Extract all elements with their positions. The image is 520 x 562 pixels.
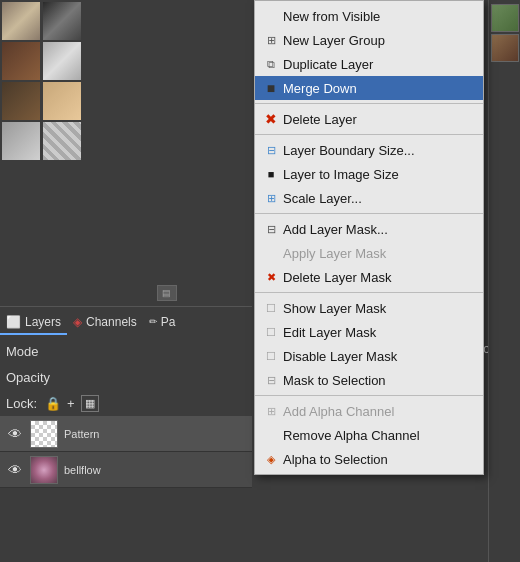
menu-duplicate-layer[interactable]: ⧉ Duplicate Layer <box>255 52 483 76</box>
duplicate-layer-icon: ⧉ <box>263 56 279 72</box>
delete-layer-icon: ✖ <box>263 111 279 127</box>
menu-layer-boundary-size[interactable]: ⊟ Layer Boundary Size... <box>255 138 483 162</box>
alpha-to-sel-icon: ◈ <box>263 451 279 467</box>
menu-delete-layer-mask[interactable]: ✖ Delete Layer Mask <box>255 265 483 289</box>
new-layer-group-label: New Layer Group <box>283 33 385 48</box>
opacity-label: Opacity <box>6 370 50 385</box>
layer-thumb-pattern <box>30 420 58 448</box>
layer-to-image-icon: ■ <box>263 166 279 182</box>
layers-tab-label: Layers <box>25 315 61 329</box>
thumbnail-4[interactable] <box>43 42 81 80</box>
thumbnail-8[interactable] <box>43 122 81 160</box>
mode-row: Mode <box>0 338 252 364</box>
tab-paths[interactable]: ✏ Pa <box>143 311 182 335</box>
panel-icon-area: ▤ <box>84 280 249 306</box>
delete-mask-icon: ✖ <box>263 269 279 285</box>
scale-layer-icon: ⊞ <box>263 190 279 206</box>
channels-tab-icon: ◈ <box>73 315 82 329</box>
thumbnail-2[interactable] <box>43 2 81 40</box>
context-menu: New from Visible ⊞ New Layer Group ⧉ Dup… <box>254 0 484 475</box>
menu-apply-layer-mask[interactable]: Apply Layer Mask <box>255 241 483 265</box>
thumbnail-1[interactable] <box>2 2 40 40</box>
new-layer-group-icon: ⊞ <box>263 32 279 48</box>
thumbnail-5[interactable] <box>2 82 40 120</box>
layer-thumb-bellflow <box>30 456 58 484</box>
right-panel <box>488 0 520 562</box>
new-from-visible-label: New from Visible <box>283 9 380 24</box>
lock-position-icon[interactable]: + <box>67 396 75 411</box>
delete-layer-label: Delete Layer <box>283 112 357 127</box>
layer-to-image-label: Layer to Image Size <box>283 167 399 182</box>
thumbnail-6[interactable] <box>43 82 81 120</box>
menu-merge-down[interactable]: ■ Merge Down <box>255 76 483 100</box>
remove-alpha-label: Remove Alpha Channel <box>283 428 420 443</box>
separator-4 <box>255 292 483 293</box>
thumbnail-3[interactable] <box>2 42 40 80</box>
duplicate-layer-label: Duplicate Layer <box>283 57 373 72</box>
alpha-to-selection-label: Alpha to Selection <box>283 452 388 467</box>
menu-show-layer-mask[interactable]: ☐ Show Layer Mask <box>255 296 483 320</box>
right-thumb-1[interactable] <box>491 4 519 32</box>
disable-mask-icon: ☐ <box>263 348 279 364</box>
menu-add-layer-mask[interactable]: ⊟ Add Layer Mask... <box>255 217 483 241</box>
tab-layers[interactable]: ⬜ Layers <box>0 311 67 335</box>
menu-layer-to-image-size[interactable]: ■ Layer to Image Size <box>255 162 483 186</box>
edit-layer-mask-label: Edit Layer Mask <box>283 325 376 340</box>
menu-edit-layer-mask[interactable]: ☐ Edit Layer Mask <box>255 320 483 344</box>
boundary-icon: ⊟ <box>263 142 279 158</box>
tab-channels[interactable]: ◈ Channels <box>67 311 143 335</box>
mask-to-sel-icon: ⊟ <box>263 372 279 388</box>
merge-down-icon: ■ <box>263 80 279 96</box>
merge-down-label: Merge Down <box>283 81 357 96</box>
apply-layer-mask-label: Apply Layer Mask <box>283 246 386 261</box>
add-mask-icon: ⊟ <box>263 221 279 237</box>
panel-icon[interactable]: ▤ <box>157 285 177 301</box>
layers-tab-icon: ⬜ <box>6 315 21 329</box>
disable-layer-mask-label: Disable Layer Mask <box>283 349 397 364</box>
delete-layer-mask-label: Delete Layer Mask <box>283 270 391 285</box>
menu-alpha-to-selection[interactable]: ◈ Alpha to Selection <box>255 447 483 471</box>
menu-new-layer-group[interactable]: ⊞ New Layer Group <box>255 28 483 52</box>
lock-icons: 🔒 + ▦ <box>45 395 99 412</box>
edit-mask-icon: ☐ <box>263 324 279 340</box>
layer-row-bellflow[interactable]: 👁 bellflow <box>0 452 252 488</box>
layer-name-pattern: Pattern <box>64 428 99 440</box>
show-layer-mask-label: Show Layer Mask <box>283 301 386 316</box>
layers-channels-bar: ⬜ Layers ◈ Channels ✏ Pa <box>0 306 252 338</box>
paths-tab-icon: ✏ <box>149 316 157 327</box>
visibility-toggle-bellflow[interactable]: 👁 <box>6 461 24 479</box>
mask-to-selection-label: Mask to Selection <box>283 373 386 388</box>
lock-row: Lock: 🔒 + ▦ <box>0 390 252 416</box>
show-mask-icon: ☐ <box>263 300 279 316</box>
separator-5 <box>255 395 483 396</box>
menu-remove-alpha-channel[interactable]: Remove Alpha Channel <box>255 423 483 447</box>
visibility-toggle-pattern[interactable]: 👁 <box>6 425 24 443</box>
mode-label: Mode <box>6 344 39 359</box>
menu-mask-to-selection[interactable]: ⊟ Mask to Selection <box>255 368 483 392</box>
add-layer-mask-label: Add Layer Mask... <box>283 222 388 237</box>
menu-add-alpha-channel[interactable]: ⊞ Add Alpha Channel <box>255 399 483 423</box>
layer-boundary-label: Layer Boundary Size... <box>283 143 415 158</box>
scale-layer-label: Scale Layer... <box>283 191 362 206</box>
menu-disable-layer-mask[interactable]: ☐ Disable Layer Mask <box>255 344 483 368</box>
thumbnail-grid <box>0 0 84 162</box>
channels-tab-label: Channels <box>86 315 137 329</box>
menu-scale-layer[interactable]: ⊞ Scale Layer... <box>255 186 483 210</box>
separator-1 <box>255 103 483 104</box>
add-alpha-icon: ⊞ <box>263 403 279 419</box>
opacity-row: Opacity <box>0 364 252 390</box>
thumbnail-7[interactable] <box>2 122 40 160</box>
separator-3 <box>255 213 483 214</box>
separator-2 <box>255 134 483 135</box>
lock-pixels-icon[interactable]: 🔒 <box>45 396 61 411</box>
layer-row-pattern[interactable]: 👁 Pattern <box>0 416 252 452</box>
paths-tab-label: Pa <box>161 315 176 329</box>
lock-alpha-icon[interactable]: ▦ <box>81 395 99 412</box>
layer-name-bellflow: bellflow <box>64 464 101 476</box>
menu-new-from-visible[interactable]: New from Visible <box>255 4 483 28</box>
add-alpha-label: Add Alpha Channel <box>283 404 394 419</box>
right-thumb-2[interactable] <box>491 34 519 62</box>
lock-label: Lock: <box>6 396 37 411</box>
menu-delete-layer[interactable]: ✖ Delete Layer <box>255 107 483 131</box>
